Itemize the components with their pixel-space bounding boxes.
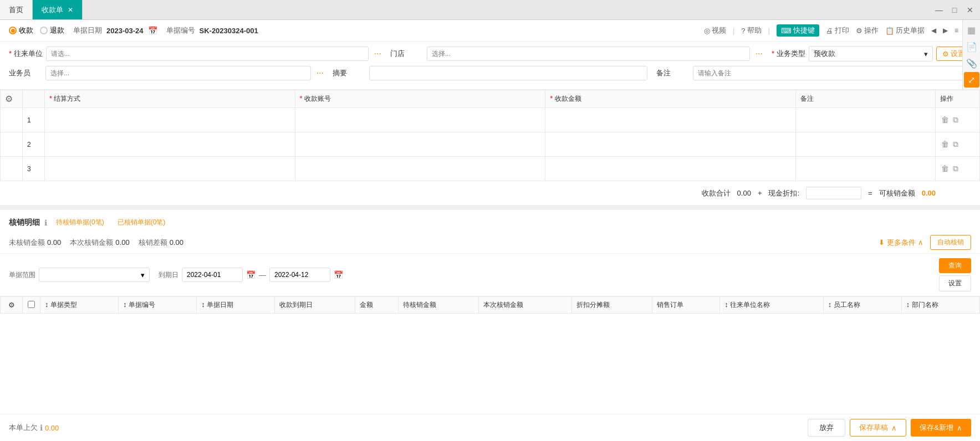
- remark-group: 备注: [656, 66, 971, 80]
- history-btn[interactable]: 📋 历史单据: [885, 25, 925, 35]
- vcol-amount-header: 金额: [355, 297, 398, 314]
- table-row: 1 🗑 ⧉: [1, 108, 980, 132]
- save-draft-button[interactable]: 保存草稿 ∧: [850, 419, 906, 437]
- row-2-remark[interactable]: [795, 132, 935, 157]
- row-3-copy-icon[interactable]: ⧉: [953, 164, 958, 173]
- date-dash: —: [259, 271, 266, 279]
- vtable-settings-gear-icon[interactable]: ⚙: [8, 301, 15, 309]
- more-conditions-btn[interactable]: ⬇ 更多条件 ∧: [879, 238, 923, 248]
- salesperson-more-icon[interactable]: ···: [317, 68, 324, 78]
- sidebar-clip-icon[interactable]: 📎: [964, 55, 979, 71]
- maximize-button[interactable]: □: [949, 4, 960, 16]
- select-all-checkbox[interactable]: [28, 301, 35, 308]
- help-icon: ?: [741, 27, 745, 35]
- date-from-input[interactable]: [182, 268, 243, 282]
- receipt-table-section: ⚙ * 结算方式 * 收款账号 * 收款金额 备注: [0, 90, 980, 181]
- next-btn[interactable]: ▶: [943, 27, 948, 34]
- date-calendar-icon[interactable]: 📅: [148, 26, 157, 35]
- close-button[interactable]: ✕: [964, 4, 976, 16]
- sidebar-doc-icon[interactable]: 📄: [964, 39, 979, 54]
- range-select[interactable]: ▾: [39, 268, 150, 282]
- footer-info-icon[interactable]: ℹ: [40, 423, 43, 432]
- shortcut-icon: ⌨: [781, 27, 792, 35]
- tab-receipt[interactable]: 收款单 ✕: [33, 0, 83, 19]
- counterpart-group: 往来单位 ···: [9, 47, 381, 61]
- col-remark-header: 备注: [795, 90, 935, 108]
- radio-receipt[interactable]: 收款: [9, 25, 33, 35]
- row-1-delete-icon[interactable]: 🗑: [941, 115, 949, 124]
- row-3-remark[interactable]: [795, 157, 935, 181]
- completed-tab-link[interactable]: 已核销单据(0笔): [113, 217, 170, 228]
- row-2-account[interactable]: [295, 132, 545, 157]
- row-2-delete-icon[interactable]: 🗑: [941, 140, 949, 148]
- unverified-label: 未核销金额: [9, 238, 45, 248]
- row-3-amount[interactable]: [545, 157, 796, 181]
- row-2-copy-icon[interactable]: ⧉: [953, 140, 958, 148]
- total-label: 收款合计: [702, 188, 731, 198]
- row-3-settlement[interactable]: [45, 157, 295, 181]
- row-3-delete-icon[interactable]: 🗑: [941, 164, 949, 173]
- form-header: 收款 退款 单据日期 2023-03-24 📅 单据编号 SK-20230324…: [0, 20, 980, 42]
- vcol-doc-type-header: ↕ 单据类型: [40, 297, 119, 314]
- prev-btn[interactable]: ◀: [931, 27, 936, 34]
- row-3-settings: [1, 157, 23, 181]
- salesperson-input[interactable]: [45, 66, 311, 80]
- tab-close-icon[interactable]: ✕: [68, 6, 73, 14]
- shop-more-icon[interactable]: ···: [756, 49, 763, 59]
- radio-refund-circle: [40, 27, 48, 34]
- tab-home[interactable]: 首页: [0, 0, 33, 19]
- save-new-chevron-icon: ∧: [957, 424, 962, 432]
- date-from-calendar-icon[interactable]: 📅: [246, 270, 256, 279]
- plus-sign: +: [758, 189, 762, 197]
- filter-icon: ⬇: [879, 238, 885, 247]
- verification-table-section: ⚙ ↕ 单据类型 ↕ 单据编号 ↕ 单据日期: [0, 296, 980, 314]
- gear-icon: ⚙: [942, 50, 949, 58]
- row-2-settlement[interactable]: [45, 132, 295, 157]
- date-to-input[interactable]: [269, 268, 330, 282]
- abandon-button[interactable]: 放弃: [808, 419, 845, 437]
- page-footer: 本单上欠 ℹ 0.00 放弃 保存草稿 ∧ 保存&新增 ∧: [0, 414, 980, 441]
- row-1-settlement[interactable]: [45, 108, 295, 132]
- row-1-amount[interactable]: [545, 108, 796, 132]
- summary-input[interactable]: [369, 66, 647, 80]
- discount-input[interactable]: [806, 187, 861, 199]
- print-icon: 🖨: [826, 27, 833, 35]
- radio-refund[interactable]: 退款: [40, 25, 64, 35]
- print-btn[interactable]: 🖨 打印: [826, 25, 849, 35]
- summary-row: 收款合计 0.00 + 现金折扣: = 可核销金额 0.00: [0, 181, 980, 206]
- discount-label: 现金折扣:: [768, 188, 799, 198]
- query-button[interactable]: 查询: [939, 258, 971, 273]
- minimize-button[interactable]: —: [933, 4, 945, 16]
- date-to-calendar-icon[interactable]: 📅: [334, 270, 343, 279]
- verification-info-icon[interactable]: ℹ: [44, 218, 47, 227]
- table-settings-gear-icon[interactable]: ⚙: [5, 94, 13, 104]
- shortcut-btn[interactable]: ⌨ 快捷键: [777, 24, 819, 37]
- sidebar-table-icon[interactable]: ▦: [964, 22, 979, 38]
- row-1-copy-icon[interactable]: ⧉: [953, 115, 958, 124]
- list-view-btn[interactable]: ≡: [955, 27, 958, 34]
- help-btn[interactable]: ? 帮助: [741, 25, 761, 35]
- filter-right: ⬇ 更多条件 ∧ 自动核销: [879, 235, 971, 250]
- row-2-amount[interactable]: [545, 132, 796, 157]
- shop-input[interactable]: [427, 47, 750, 61]
- row-1-remark[interactable]: [795, 108, 935, 132]
- row-3-account[interactable]: [295, 157, 545, 181]
- save-new-button[interactable]: 保存&新增 ∧: [911, 419, 971, 437]
- counterpart-more-icon[interactable]: ···: [374, 49, 381, 59]
- pending-tab-link[interactable]: 待核销单据(0笔): [52, 217, 109, 228]
- operation-btn[interactable]: ⚙ 操作: [856, 25, 879, 35]
- filter-stats: 未核销金额 0.00 本次核销金额 0.00 核销差额 0.00 ⬇ 更多条件 …: [0, 232, 980, 254]
- net-label: 可核销金额: [879, 188, 915, 198]
- auto-cancel-button[interactable]: 自动核销: [930, 235, 971, 250]
- row-1-account[interactable]: [295, 108, 545, 132]
- business-type-select[interactable]: 预收款 ▾: [809, 46, 933, 61]
- header-right: ◎ 视频 | ? 帮助 | ⌨ 快捷键 🖨 打印 ⚙ 操作 📋: [704, 24, 971, 37]
- window-controls: — □ ✕: [933, 4, 980, 16]
- sidebar-expand-icon[interactable]: ⤢: [964, 72, 979, 88]
- remark-input[interactable]: [693, 66, 971, 80]
- equals-sign: =: [868, 189, 872, 197]
- counterpart-input[interactable]: [46, 47, 369, 61]
- search-settings-button[interactable]: 设置: [939, 275, 971, 291]
- chevron-up-icon: ∧: [918, 238, 923, 247]
- video-btn[interactable]: ◎ 视频: [704, 25, 726, 35]
